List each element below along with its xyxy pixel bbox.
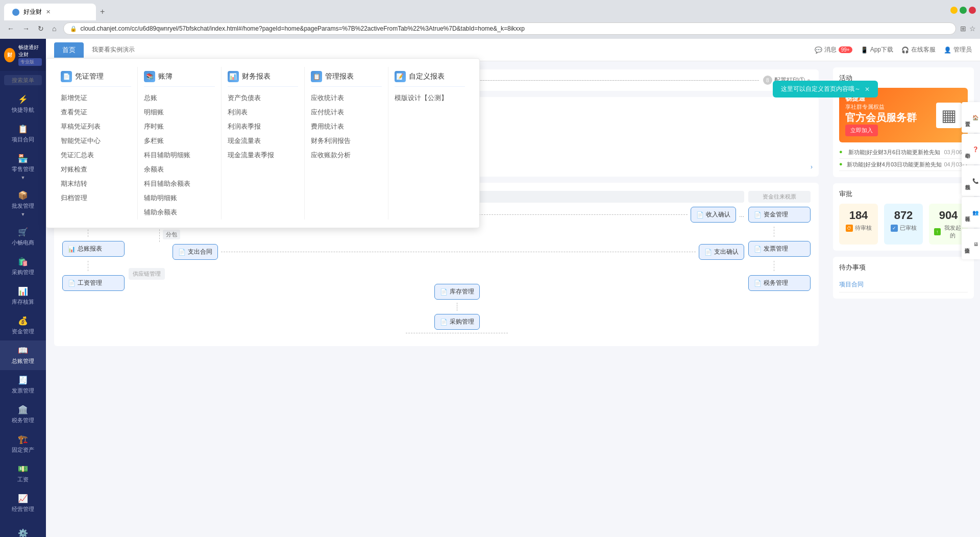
menu-item-assist-balance[interactable]: 辅助余额表 <box>144 205 214 219</box>
menu-item-subject-assist[interactable]: 科目辅助明细账 <box>144 148 214 162</box>
menu-item-assist-detail[interactable]: 辅助明细账 <box>144 191 214 205</box>
todo-item-1[interactable]: 项目合同 <box>839 277 968 292</box>
join-btn[interactable]: 立即加入 <box>845 125 878 136</box>
expense-confirm-box[interactable]: 📄 支出确认 <box>699 244 744 260</box>
payroll-box[interactable]: 📄 工资管理 <box>62 275 125 291</box>
sidebar-item-retail[interactable]: 🏪 零售管理 ▼ <box>0 149 46 185</box>
sidebar-item-invoice[interactable]: 🧾 发票管理 <box>0 370 46 400</box>
sent-icon: ↑ <box>934 228 941 235</box>
sidebar-search-input[interactable] <box>4 75 42 85</box>
menu-item-profit-quarterly[interactable]: 利润表季报 <box>228 119 298 134</box>
purchase-box[interactable]: 📄 采购管理 <box>434 314 480 330</box>
user-menu-btn[interactable]: 👤 管理员 <box>944 45 972 54</box>
sidebar-logo[interactable]: 财 畅捷通好业财 专业版 <box>0 39 46 71</box>
inventory-icon-flow: 📄 <box>440 288 448 296</box>
invoice-mgmt-box[interactable]: 📄 发票管理 <box>748 241 811 257</box>
menu-item-payable[interactable]: 应付统计表 <box>311 105 381 119</box>
step-num-8: 8 <box>763 76 772 85</box>
online-service-btn[interactable]: 🎧 在线客服 <box>901 45 936 54</box>
forward-button[interactable]: → <box>19 22 33 35</box>
menu-item-smart-voucher[interactable]: 智能凭证中心 <box>61 134 131 148</box>
sidebar-item-project[interactable]: 📋 项目合同 <box>0 119 46 149</box>
message-label: 消息 <box>824 45 837 54</box>
stat-approved[interactable]: 872 ✓ 已审核 <box>884 204 923 245</box>
quick-btn-service[interactable]: 📞 客服热线 <box>962 165 980 196</box>
tab-close-btn[interactable]: ✕ <box>46 9 51 15</box>
menu-item-period-end[interactable]: 期末结转 <box>61 177 131 191</box>
capital-icon-flow: 📄 <box>754 211 762 218</box>
sidebar-item-tax[interactable]: 🏛️ 税务管理 <box>0 400 46 429</box>
quick-btn-help[interactable]: ❓ 帮助中心 <box>962 134 980 164</box>
close-button[interactable] <box>969 7 976 14</box>
sidebar-item-wholesale[interactable]: 📦 批发管理 ▼ <box>0 185 46 222</box>
url-bar[interactable]: 🔒 cloud.chanjet.com/cc/u6d89qwnryel/57bf… <box>63 22 956 35</box>
menu-item-archive[interactable]: 归档管理 <box>61 191 131 205</box>
news-item-1[interactable]: ● 新功能|好业财3月6日功能更新抢先知 03月06日 <box>839 147 968 159</box>
search-placeholder-text: 我要看实例演示 <box>92 45 135 54</box>
message-btn[interactable]: 💬 消息 99+ <box>815 45 852 54</box>
sidebar-item-payroll[interactable]: 💵 工资 <box>0 459 46 489</box>
news-text-2: 新功能|好业财4月03日功能更新抢先知 <box>847 161 942 168</box>
todo-item-name[interactable]: 项目合同 <box>839 280 864 289</box>
tooltip-close-btn[interactable]: ✕ <box>865 86 870 93</box>
news-item-2[interactable]: ● 新功能|好业财4月03日功能更新抢先知 04月03日 <box>839 159 968 171</box>
banner-content: 畅捷通 享社群专属权益 官方会员服务群 立即加入 <box>845 94 917 136</box>
stat-pending[interactable]: 184 ⏱ 待审核 <box>839 204 878 245</box>
app-download-btn[interactable]: 📱 App下载 <box>861 45 893 54</box>
sidebar-item-capital[interactable]: 💰 资金管理 <box>0 311 46 340</box>
home-button[interactable]: ⌂ <box>49 22 59 35</box>
capital-mgmt-box[interactable]: 📄 资金管理 <box>748 207 811 223</box>
new-tab-button[interactable]: + <box>96 3 109 20</box>
menu-item-profit-loss[interactable]: 利润表 <box>228 105 298 119</box>
menu-item-view-voucher[interactable]: 查看凭证 <box>61 105 131 119</box>
menu-item-detail-ledger[interactable]: 明细账 <box>144 105 214 119</box>
menu-item-general-ledger[interactable]: 总账 <box>144 91 214 105</box>
menu-item-add-voucher[interactable]: 新增凭证 <box>61 91 131 105</box>
sidebar-item-quicknav[interactable]: ⚡ 快捷导航 <box>0 89 46 119</box>
sidebar-item-inventory[interactable]: 📊 库存核算 <box>0 281 46 311</box>
quick-btn-desktop[interactable]: 🖥 桌面快捷 <box>962 229 980 259</box>
menu-item-balance-sheet[interactable]: 资产负债表 <box>228 91 298 105</box>
menu-item-multi-column[interactable]: 多栏账 <box>144 134 214 148</box>
sidebar-item-purchase[interactable]: 🛍️ 采购管理 <box>0 252 46 281</box>
sidebar-item-operations[interactable]: 📈 经营管理 <box>0 489 46 518</box>
maximize-button[interactable] <box>960 7 967 14</box>
menu-item-cashflow-quarterly[interactable]: 现金流量表季报 <box>228 148 298 162</box>
tax-mgmt-box[interactable]: 📄 税务管理 <box>748 275 811 291</box>
menu-item-voucher-summary[interactable]: 凭证汇总表 <box>61 148 131 162</box>
minimize-button[interactable] <box>950 7 958 14</box>
refresh-button[interactable]: ↻ <box>35 22 47 35</box>
menu-item-template-design[interactable]: 模版设计【公测】 <box>395 91 465 105</box>
purchase-icon-flow: 📄 <box>440 319 448 326</box>
menu-item-receivable[interactable]: 应收统计表 <box>311 91 381 105</box>
total-report-box[interactable]: 📊 总账报表 <box>62 241 125 257</box>
menu-item-balance-table[interactable]: 余额表 <box>144 162 214 177</box>
menu-item-draft-voucher[interactable]: 草稿凭证列表 <box>61 119 131 134</box>
quick-btn-community[interactable]: 👥 服务社区 <box>962 197 980 228</box>
menu-section-custom-report: 📝 自定义报表 模版设计【公测】 <box>388 67 471 219</box>
banner-text: 官方会员服务群 <box>845 111 917 125</box>
sidebar-item-settings[interactable]: ⚙️ <box>0 523 46 537</box>
approval-stats: 184 ⏱ 待审核 872 ✓ 已审核 <box>839 204 968 245</box>
home-tab[interactable]: 首页 <box>54 42 84 58</box>
expense-contract-box[interactable]: 📄 支出合同 <box>173 244 218 260</box>
sidebar-item-label: 发票管理 <box>12 387 34 395</box>
menu-item-expense[interactable]: 费用统计表 <box>311 119 381 134</box>
menu-item-account-check[interactable]: 对账检查 <box>61 162 131 177</box>
sidebar-item-assets[interactable]: 🏗️ 固定资产 <box>0 429 46 459</box>
menu-item-receivable-analysis[interactable]: 应收账款分析 <box>311 148 381 162</box>
menu-item-sequence-ledger[interactable]: 序时账 <box>144 119 214 134</box>
quick-btn-homepage-settings[interactable]: 🏠 首页设置 <box>962 102 980 133</box>
active-tab[interactable]: 好业财 ✕ <box>4 4 96 20</box>
sidebar-item-label: 工资 <box>17 476 29 483</box>
menu-item-finance-profit[interactable]: 财务利润报告 <box>311 134 381 148</box>
sidebar-item-ledger[interactable]: 📖 总账管理 <box>0 340 46 370</box>
income-confirm-box[interactable]: 📄 收入确认 <box>691 207 736 223</box>
stat-label-sent: ↑ 我发起的 <box>934 224 963 239</box>
menu-item-cashflow[interactable]: 现金流量表 <box>228 134 298 148</box>
sidebar-item-ecommerce[interactable]: 🛒 小畅电商 <box>0 222 46 252</box>
tax-col: 资金往来税票 📄 资金管理 📄 发票管理 <box>744 191 811 333</box>
menu-item-subject-assist-balance[interactable]: 科目辅助余额表 <box>144 177 214 191</box>
back-button[interactable]: ← <box>4 22 17 35</box>
inventory-box[interactable]: 📄 库存管理 <box>434 284 480 300</box>
